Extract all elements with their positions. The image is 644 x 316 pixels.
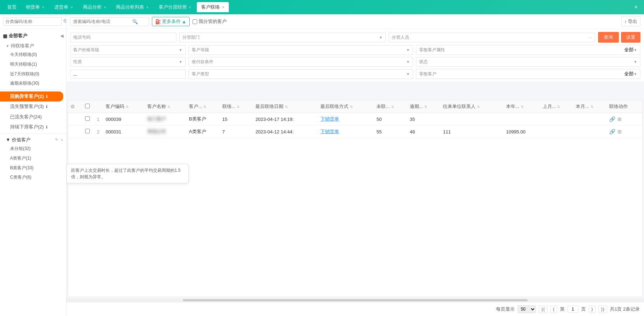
cell-checkbox-0[interactable] (82, 113, 93, 126)
th-name[interactable]: 客户名称 ⇅ (145, 100, 187, 113)
filter-customer-type[interactable]: 客户类型 ▼ (189, 69, 413, 79)
retail-attr-arrow[interactable]: ▼ (634, 48, 637, 52)
lm-sort-icon[interactable]: ⇅ (557, 105, 560, 109)
export-button[interactable]: ↑ 导出 (621, 16, 641, 27)
my-customers-checkbox[interactable] (193, 19, 197, 24)
nav-tab-product-analysis[interactable]: 商品分析 × (79, 2, 110, 12)
next-page-button[interactable]: ⟩ (589, 306, 596, 313)
sidebar-item-today[interactable]: 今天待联络(0) (0, 50, 66, 60)
nav-tab-customer-contact[interactable]: 客户联络 × (197, 2, 228, 12)
date-sort-icon[interactable]: ⇅ (285, 105, 288, 109)
customer-level-arrow[interactable]: ▼ (406, 48, 410, 52)
retail-customer-arrow[interactable]: ▼ (634, 72, 637, 76)
sidebar-item-7days[interactable]: 近7天待联络(0) (0, 69, 66, 79)
qr-action-icon-0[interactable]: ⊞ (617, 116, 622, 122)
page-number-input[interactable] (567, 306, 578, 313)
th-partner-contact[interactable]: 往来单位联系人 ⇅ (441, 100, 504, 113)
search-box[interactable]: 🔍 (70, 17, 149, 26)
close-purchase-tab[interactable]: × (70, 5, 73, 9)
sidebar-item-overdue[interactable]: 逾期未联络(30) (0, 79, 66, 88)
scrollbar-thumb[interactable] (183, 299, 528, 301)
search-icon[interactable]: 🔍 (132, 19, 138, 24)
person-more-btn[interactable]: ··· (589, 35, 592, 39)
nav-tab-customer-tier[interactable]: 客户分层经营 × (154, 2, 195, 12)
cell-method-0[interactable]: 下销货单 (318, 113, 374, 126)
sidebar-item-tomorrow[interactable]: 明天待联络(1) (0, 60, 66, 69)
more-conditions-button[interactable]: ⛽ 更多条件 ▲ (152, 17, 190, 26)
sidebar-waiting-group[interactable]: ▼ 待联络客户 (0, 41, 66, 50)
th-contact[interactable]: 联络... ⇅ (220, 100, 254, 113)
filter-price-level[interactable]: 客户价格等级 ▼ (70, 45, 186, 55)
row-checkbox-0[interactable] (85, 116, 90, 121)
dept-dropdown-arrow[interactable]: ▼ (379, 36, 383, 39)
price-level-arrow[interactable]: ▼ (179, 48, 182, 52)
filter-phone[interactable]: 电话号码 (70, 33, 176, 42)
close-product-analysis-tab[interactable]: × (104, 5, 106, 9)
filter-gender[interactable]: 性质 ▼ (70, 57, 186, 67)
filter-payment[interactable]: 收付款条件 ▼ (189, 57, 413, 67)
year-sort-icon[interactable]: ⇅ (521, 105, 524, 109)
last-page-button[interactable]: ⟩⟩ (598, 306, 607, 313)
contact-method-link-0[interactable]: 下销货单 (320, 116, 339, 122)
th-unreached[interactable]: 未联... ⇅ (374, 100, 408, 113)
tm-sort-icon[interactable]: ⇅ (590, 105, 593, 109)
th-this-month[interactable]: 本月... ⇅ (574, 100, 607, 113)
method-sort-icon[interactable]: ⇅ (350, 105, 353, 109)
status-arrow[interactable]: ▼ (634, 60, 637, 64)
settings-button[interactable]: 设置 (621, 32, 640, 43)
close-product-analysis-list-tab[interactable]: × (146, 5, 148, 9)
filter-customer-level[interactable]: 客户等级 ▼ (189, 45, 413, 55)
filter-retail-customer[interactable]: 零散客户 全部 ▼ (416, 69, 640, 79)
qr-action-icon-1[interactable]: ⊞ (617, 129, 622, 135)
filter-person[interactable]: 分管人员 ··· (389, 33, 595, 42)
sidebar-item-declining[interactable]: 持续下滑客户(2) ℹ (0, 122, 66, 132)
data-table-wrapper[interactable]: ⚙ 客户编码 ⇅ 客户名称 ⇅ (68, 100, 643, 297)
unreached-sort-icon[interactable]: ⇅ (391, 105, 394, 109)
th-overdue[interactable]: 逾期... ⇅ (408, 100, 441, 113)
th-checkbox[interactable] (82, 100, 93, 113)
phone-input[interactable] (93, 35, 173, 40)
sidebar-item-ungroup[interactable]: 未分组(32) (0, 144, 66, 154)
filter-status[interactable]: 状态 ▼ (416, 57, 640, 67)
th-last-month[interactable]: 上月... ⇅ (541, 100, 574, 113)
contact-method-link-1[interactable]: 下销货单 (320, 129, 339, 134)
sidebar-value-group[interactable]: ▼ 价值客户 ✎ + (0, 135, 66, 144)
nav-tab-sales[interactable]: 销货单 × (22, 2, 48, 12)
nav-tab-purchase[interactable]: 进货单 × (50, 2, 77, 12)
th-category[interactable]: 客户... ⇅ (187, 100, 220, 113)
nav-tab-home[interactable]: 首页 (4, 4, 20, 10)
edit-icon[interactable]: ✎ (55, 137, 58, 142)
partner-sort-icon[interactable]: ⇅ (477, 105, 480, 109)
window-close-button[interactable]: × (631, 4, 640, 10)
name-sort-icon[interactable]: ⇅ (167, 105, 170, 109)
prev-page-button[interactable]: ⟨ (550, 306, 557, 313)
sidebar-search-icon[interactable]: 🔍 (63, 19, 66, 24)
close-customer-contact-tab[interactable]: × (222, 5, 224, 9)
search-input[interactable] (73, 19, 131, 24)
filter-dept[interactable]: 分管部门 ▼ (179, 33, 386, 42)
code-sort-icon[interactable]: ⇅ (126, 105, 129, 109)
sidebar-item-repurchase-abnormal[interactable]: 回购异常客户(2) ℹ (0, 91, 63, 102)
horizontal-scrollbar[interactable] (66, 298, 644, 302)
add-icon[interactable]: + (61, 138, 63, 142)
cell-checkbox-1[interactable] (82, 126, 93, 138)
overdue-sort-icon[interactable]: ⇅ (424, 105, 427, 109)
sidebar-search-input[interactable] (3, 17, 62, 26)
sidebar-all-customers[interactable]: ▦ 全部客户 ◀ (0, 30, 66, 41)
column-settings-icon[interactable]: ⚙ (70, 104, 75, 109)
th-last-contact-method[interactable]: 最后联络方式 ⇅ (318, 100, 374, 113)
filter-retail-attr[interactable]: 零散客户属性 全部 ▼ (416, 45, 640, 55)
gender-arrow[interactable]: ▼ (179, 60, 182, 64)
close-customer-tier-tab[interactable]: × (189, 5, 191, 9)
link-action-icon-0[interactable]: 🔗 (609, 116, 615, 122)
cell-method-1[interactable]: 下销货单 (318, 126, 374, 138)
payment-arrow[interactable]: ▼ (406, 60, 410, 64)
nav-tab-product-analysis-list[interactable]: 商品分析列表 × (112, 2, 153, 12)
th-code[interactable]: 客户编码 ⇅ (103, 100, 145, 113)
per-page-select[interactable]: 50 10 20 100 (518, 305, 536, 313)
filter-more-btn[interactable]: ... (70, 70, 186, 79)
contact-sort-icon[interactable]: ⇅ (237, 105, 240, 109)
customer-type-arrow[interactable]: ▼ (406, 72, 410, 76)
sidebar-item-c-class[interactable]: C类客户(6) (0, 173, 66, 182)
sidebar-item-a-class[interactable]: A类客户(1) (0, 154, 66, 163)
